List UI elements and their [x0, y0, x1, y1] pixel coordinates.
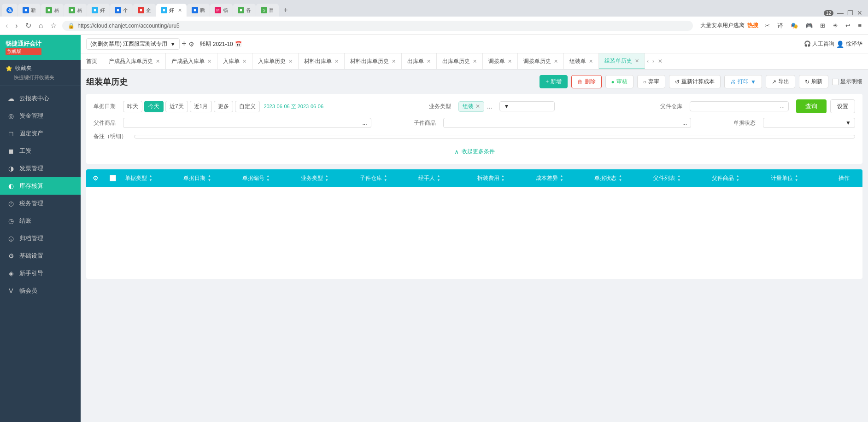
th-disassemble-cost[interactable]: 拆装费用 ▲ ▼: [474, 174, 532, 182]
sidebar-item-guide[interactable]: ◈ 新手引导: [0, 265, 81, 282]
th-bill-type[interactable]: 单据类型 ▲ ▼: [121, 174, 180, 182]
search-bar[interactable]: 大量安卓用户逃离 热搜: [700, 22, 758, 29]
refresh-button[interactable]: ↻ 刷新: [799, 75, 828, 88]
bookmark-label[interactable]: ⭐ 收藏夹: [6, 64, 75, 72]
th-handler[interactable]: 经手人 ▲ ▼: [415, 174, 473, 182]
tab-8[interactable]: ■ 腾: [187, 4, 210, 17]
parent-warehouse-more-icon[interactable]: ...: [780, 103, 785, 110]
settings-gear-icon[interactable]: ⚙: [188, 40, 194, 48]
sidebar-item-tax[interactable]: ◴ 税务管理: [0, 195, 81, 212]
page-tab-8[interactable]: 出库单历史 ✕: [437, 53, 483, 69]
tab-nav-left[interactable]: ‹: [645, 58, 651, 64]
period-selector[interactable]: 账期 2021-10 📅: [200, 40, 242, 48]
page-tab-4-close[interactable]: ✕: [288, 58, 293, 64]
page-tab-8-close[interactable]: ✕: [473, 58, 477, 64]
grid-tool[interactable]: ⊞: [817, 20, 828, 31]
page-tab-4[interactable]: 入库单历史 ✕: [252, 53, 299, 69]
close-button[interactable]: ✕: [857, 9, 862, 17]
page-tab-10[interactable]: 调拨单历史 ✕: [518, 53, 564, 69]
page-tab-2-close[interactable]: ✕: [207, 58, 211, 64]
sidebar-item-fund[interactable]: ◎ 资金管理: [0, 107, 81, 125]
page-tab-11-close[interactable]: ✕: [589, 58, 593, 64]
page-tab-3-close[interactable]: ✕: [242, 58, 246, 64]
tab-3[interactable]: ■ 易: [64, 4, 87, 17]
page-tab-6[interactable]: 材料出库单历史 ✕: [345, 53, 402, 69]
sidebar-item-fixed-assets[interactable]: ◻ 固定资产: [0, 125, 81, 142]
parent-goods-more-icon[interactable]: ...: [362, 120, 367, 126]
business-type-dropdown[interactable]: ▼: [499, 101, 555, 111]
th-bill-date[interactable]: 单据日期 ▲ ▼: [180, 174, 238, 182]
page-tab-12[interactable]: 组装单历史 ✕: [599, 53, 645, 69]
child-goods-input[interactable]: ...: [443, 118, 692, 128]
tab-nav-right[interactable]: ›: [651, 58, 656, 64]
parent-goods-input[interactable]: ...: [123, 118, 371, 128]
collapse-bar[interactable]: ∧ 收起更多条件: [94, 145, 855, 158]
back-button[interactable]: ‹: [4, 20, 10, 32]
minimize-button[interactable]: —: [837, 9, 844, 17]
th-checkbox[interactable]: [105, 175, 121, 181]
th-cost-diff[interactable]: 成本差异 ▲ ▼: [532, 174, 591, 182]
page-tab-3[interactable]: 入库单 ✕: [217, 53, 252, 69]
date-btn-more[interactable]: 更多: [214, 101, 233, 112]
tab-5[interactable]: ■ 个: [110, 4, 133, 17]
brightness-tool[interactable]: ☀: [830, 20, 841, 31]
tab-7[interactable]: ■ 好 ✕: [156, 4, 187, 17]
tab-6[interactable]: ■ 企: [133, 4, 156, 17]
tab-4[interactable]: ■ 好: [87, 4, 110, 17]
date-btn-yesterday[interactable]: 昨天: [123, 101, 142, 112]
th-business-type[interactable]: 业务类型 ▲ ▼: [297, 174, 356, 182]
date-btn-7days[interactable]: 近7天: [165, 101, 188, 112]
translate-tool[interactable]: 译: [774, 20, 786, 32]
date-btn-today[interactable]: 今天: [144, 101, 164, 112]
remark-input[interactable]: [134, 135, 855, 139]
tab-9[interactable]: M 畅: [210, 4, 233, 17]
add-tab-button[interactable]: +: [279, 4, 292, 17]
sidebar-item-settle[interactable]: ◷ 结账: [0, 212, 81, 230]
add-button[interactable]: + 新增: [540, 75, 567, 88]
page-tab-9-close[interactable]: ✕: [508, 58, 512, 64]
th-unit[interactable]: 计量单位 ▲ ▼: [767, 174, 826, 182]
th-bill-no[interactable]: 单据编号 ▲ ▼: [239, 174, 297, 182]
page-tab-11[interactable]: 组装单 ✕: [564, 53, 599, 69]
user-service-label[interactable]: 🎧 人工咨询: [804, 40, 834, 48]
sidebar-item-archive[interactable]: ◵ 归档管理: [0, 230, 81, 247]
bill-status-dropdown[interactable]: ▼: [763, 118, 855, 128]
tab-0[interactable]: 在: [2, 4, 18, 17]
restore-button[interactable]: ❐: [847, 9, 853, 17]
scissors-tool[interactable]: ✂: [762, 20, 773, 31]
export-button[interactable]: ↗ 导出: [766, 75, 795, 88]
th-parent-list[interactable]: 父件列表 ▲ ▼: [650, 174, 708, 182]
page-tab-1-close[interactable]: ✕: [156, 58, 160, 64]
th-parent-goods[interactable]: 父件商品 ▲ ▼: [708, 174, 767, 182]
tab-10[interactable]: ■ 各: [233, 4, 256, 17]
menu-tool[interactable]: ≡: [855, 20, 864, 31]
page-tab-2[interactable]: 产成品入库单 ✕: [166, 53, 217, 69]
th-child-warehouse[interactable]: 子件仓库 ▲ ▼: [356, 174, 415, 182]
sidebar-item-member[interactable]: V 畅会员: [0, 282, 81, 300]
company-selector[interactable]: (勿删勿禁用) 江西服宝测试专用 ▼: [86, 38, 180, 50]
tab-2[interactable]: ■ 易: [41, 4, 64, 17]
parent-warehouse-input[interactable]: ...: [690, 101, 789, 111]
page-tab-12-close[interactable]: ✕: [635, 58, 639, 64]
page-tab-7[interactable]: 出库单 ✕: [402, 53, 437, 69]
delete-button[interactable]: 🗑 删除: [571, 75, 602, 88]
page-tab-5[interactable]: 材料出库单 ✕: [299, 53, 345, 69]
recalculate-button[interactable]: ↺ 重新计算成本: [669, 75, 721, 88]
page-tab-9[interactable]: 调拨单 ✕: [483, 53, 518, 69]
page-tab-7-close[interactable]: ✕: [427, 58, 431, 64]
page-tab-6-close[interactable]: ✕: [392, 58, 396, 64]
business-type-more[interactable]: ...: [487, 103, 493, 110]
th-bill-status[interactable]: 单据状态 ▲ ▼: [591, 174, 649, 182]
settings-button[interactable]: 设置: [830, 99, 855, 113]
checkbox-icon[interactable]: [832, 79, 839, 85]
page-tab-5-close[interactable]: ✕: [334, 58, 339, 64]
sidebar-item-inventory[interactable]: ◐ 库存核算: [0, 177, 81, 195]
url-bar[interactable]: 🔒 https://cloud.chanjet.com/accounting/u…: [62, 21, 693, 31]
page-tab-10-close[interactable]: ✕: [554, 58, 558, 64]
bookmark-button[interactable]: ☆: [48, 19, 59, 32]
tab-1[interactable]: ■ 新: [18, 4, 41, 17]
game-tool[interactable]: 🎮: [803, 20, 815, 31]
sidebar-item-cloud-report[interactable]: ☁ 云报表中心: [0, 90, 81, 107]
add-company-button[interactable]: +: [182, 39, 187, 49]
sidebar-item-invoice[interactable]: ◑ 发票管理: [0, 160, 81, 177]
